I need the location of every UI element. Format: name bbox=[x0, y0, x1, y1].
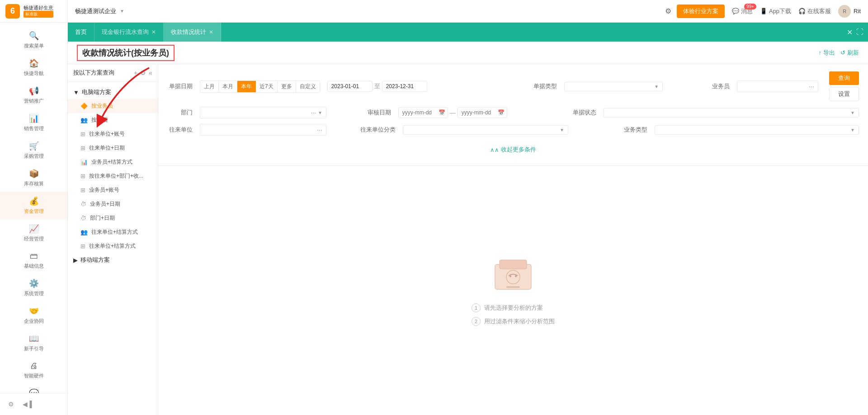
date-tab-custom[interactable]: 自定义 bbox=[296, 81, 320, 92]
bill-type-select[interactable]: ▼ bbox=[564, 82, 663, 91]
salesman-dots[interactable]: ··· bbox=[809, 83, 814, 90]
online-service-button[interactable]: 🎧 在线客服 bbox=[798, 7, 831, 15]
tab-bank-flow-close[interactable]: ✕ bbox=[151, 29, 156, 35]
dept-arrow: ▼ bbox=[318, 110, 322, 115]
sidebar-item-label: 智能硬件 bbox=[24, 373, 44, 379]
app-download-label: App下载 bbox=[769, 7, 791, 15]
page-header: 收款情况统计(按业务员) ↑ 导出 ↺ 刷新 bbox=[68, 42, 868, 64]
sidebar-item-enterprise[interactable]: 🤝 企业协同 bbox=[0, 302, 67, 329]
dept-select[interactable]: ··· ▼ bbox=[200, 107, 326, 118]
scheme-item-counterpart-date[interactable]: ⊞ 往来单位+日期 bbox=[68, 141, 158, 155]
counterpart-dots[interactable]: ··· bbox=[317, 126, 322, 133]
scheme-item-icon: ⊞ bbox=[80, 131, 85, 137]
app-download-button[interactable]: 📱 App下载 bbox=[760, 7, 791, 15]
scheme-settings-btn[interactable]: ⚙ bbox=[140, 69, 146, 76]
date-tab-this-year[interactable]: 本年 bbox=[237, 81, 256, 92]
logo-icon: 6 bbox=[5, 4, 20, 19]
bill-type-arrow: ▼ bbox=[654, 84, 659, 89]
sidebar-item-label: 资金管理 bbox=[24, 208, 44, 215]
tab-bank-flow[interactable]: 现金银行流水查询 ✕ bbox=[94, 23, 164, 42]
scheme-item-counterpart-payment2[interactable]: ⊞ 往来单位+结算方式 bbox=[68, 239, 158, 253]
sidebar-item-purchase[interactable]: 🛒 采购管理 bbox=[0, 137, 67, 164]
message-button[interactable]: 💬 消息 99+ bbox=[732, 7, 753, 15]
bill-status-select[interactable]: ▼ bbox=[604, 108, 859, 118]
sidebar-item-search[interactable]: 🔍 搜索菜单 bbox=[0, 26, 67, 54]
sidebar-item-operation[interactable]: 📈 经营管理 bbox=[0, 219, 67, 247]
sidebar-item-marketing[interactable]: 📢 营销推广 bbox=[0, 81, 67, 109]
sidebar-item-wechat[interactable]: 💬 企业微信 bbox=[0, 384, 67, 393]
scheme-item-icon: ⏱ bbox=[80, 215, 86, 222]
empty-step-2-label: 用过滤条件来缩小分析范围 bbox=[484, 317, 555, 325]
app-version: 标准版 bbox=[24, 11, 53, 18]
refresh-button[interactable]: ↺ 刷新 bbox=[840, 49, 859, 57]
sidebar-item-guide[interactable]: 📖 新手引导 bbox=[0, 329, 67, 357]
date-tab-last-month[interactable]: 上月 bbox=[200, 81, 219, 92]
collapse-filter-btn[interactable]: ∧∧ 收起更多条件 bbox=[167, 141, 859, 158]
workspace-dropdown-arrow[interactable]: ▼ bbox=[120, 9, 124, 14]
collapse-sidebar-btn[interactable]: ◀▐ bbox=[21, 398, 33, 410]
date-tab-this-month[interactable]: 本月 bbox=[219, 81, 237, 92]
export-button[interactable]: ↑ 导出 bbox=[819, 49, 835, 57]
scheme-item-icon: 🔶 bbox=[80, 103, 88, 109]
collapse-panel-btn[interactable]: « bbox=[149, 69, 152, 76]
settings-icon[interactable]: ⚙ bbox=[665, 7, 671, 15]
tab-collection-stat[interactable]: 收款情况统计 ✕ bbox=[164, 23, 221, 42]
salesman-select[interactable]: ··· bbox=[737, 80, 818, 92]
date-range-inputs: 至 bbox=[327, 81, 427, 92]
sidebar-item-system[interactable]: ⚙️ 系统管理 bbox=[0, 274, 67, 302]
scheme-item-counterpart-dept[interactable]: ⊞ 按往来单位+部门+收... bbox=[68, 169, 158, 183]
settings-button[interactable]: 设置 bbox=[829, 87, 859, 101]
sidebar-item-hardware[interactable]: 🖨 智能硬件 bbox=[0, 357, 67, 384]
top-bar: 畅捷通测试企业 ▼ ⚙ 体验行业方案 💬 消息 99+ 📱 App下载 🎧 在线… bbox=[68, 0, 868, 23]
business-type-arrow: ▼ bbox=[850, 127, 855, 132]
tab-close-all-btn[interactable]: ✕ bbox=[847, 28, 853, 37]
tab-fullscreen-btn[interactable]: ⛶ bbox=[856, 28, 863, 36]
scheme-group-desktop-header[interactable]: ▼ 电脑端方案 bbox=[68, 85, 158, 99]
counterpart-category-select[interactable]: ▼ bbox=[403, 125, 568, 135]
sidebar-item-sales[interactable]: 📊 销售管理 bbox=[0, 109, 67, 137]
tab-bank-flow-label: 现金银行流水查询 bbox=[102, 28, 149, 36]
date-to-input[interactable] bbox=[382, 81, 427, 92]
date-tab-last-7days[interactable]: 近7天 bbox=[256, 81, 278, 92]
settings-bottom-btn[interactable]: ⚙ bbox=[5, 398, 17, 410]
scheme-item-label: 按业务员 bbox=[91, 102, 113, 110]
scheme-item-salesman-payment[interactable]: 📊 业务员+结算方式 bbox=[68, 155, 158, 169]
date-separator: 至 bbox=[374, 82, 380, 90]
scheme-item-dept-date[interactable]: ⏱ 部门+日期 bbox=[68, 211, 158, 225]
scheme-item-counterpart-payment1[interactable]: 👥 往来单位+结算方式 bbox=[68, 225, 158, 239]
home-icon: 🏠 bbox=[29, 58, 39, 68]
service-icon: 🎧 bbox=[798, 8, 806, 14]
marketing-icon: 📢 bbox=[29, 86, 39, 96]
hardware-icon: 🖨 bbox=[30, 361, 38, 371]
sidebar-item-inventory[interactable]: 📦 库存核算 bbox=[0, 164, 67, 192]
scheme-item-by-salesman[interactable]: 🔶 按业务员 bbox=[68, 99, 158, 113]
scheme-item-icon: ⊞ bbox=[80, 173, 85, 179]
calendar-icon-right[interactable]: 📅 bbox=[498, 109, 505, 116]
user-profile[interactable]: R Rit bbox=[838, 5, 861, 18]
sidebar-item-quick-nav[interactable]: 🏠 快捷导航 bbox=[0, 54, 67, 81]
trial-button[interactable]: 体验行业方案 bbox=[677, 5, 725, 18]
scheme-item-icon: 📊 bbox=[80, 159, 88, 165]
add-scheme-btn[interactable]: + bbox=[134, 69, 137, 76]
scheme-item-counterpart-account[interactable]: ⊞ 往来单位+账号 bbox=[68, 127, 158, 141]
tab-collection-stat-close[interactable]: ✕ bbox=[209, 29, 213, 35]
sidebar-item-capital[interactable]: 💰 资金管理 bbox=[0, 192, 67, 219]
calendar-icon-left[interactable]: 📅 bbox=[439, 109, 445, 116]
date-from-input[interactable] bbox=[327, 81, 373, 92]
sidebar-item-basic[interactable]: 🗃 基础信息 bbox=[0, 247, 67, 274]
date-tab-more[interactable]: 更多 bbox=[278, 81, 296, 92]
scheme-item-salesman-account[interactable]: ⊞ 业务员+账号 bbox=[68, 183, 158, 197]
scheme-item-salesman-date[interactable]: ⏱ 业务员+日期 bbox=[68, 197, 158, 211]
scheme-group-mobile-header[interactable]: ▶ 移动端方案 bbox=[68, 253, 158, 267]
business-type-select[interactable]: ▼ bbox=[655, 125, 859, 135]
counterpart-category-label: 往来单位分类 bbox=[360, 126, 396, 134]
empty-step-1-label: 请先选择要分析的方案 bbox=[484, 304, 543, 312]
counterpart-select[interactable]: ··· bbox=[200, 124, 326, 136]
scheme-item-by-detail[interactable]: 👥 按明细 bbox=[68, 113, 158, 127]
query-button[interactable]: 查询 bbox=[829, 71, 859, 85]
empty-illustration bbox=[486, 251, 540, 296]
tab-home[interactable]: 首页 bbox=[68, 23, 94, 42]
salesman-label: 业务员 bbox=[704, 82, 730, 90]
scheme-item-label: 往来单位+结算方式 bbox=[89, 242, 136, 250]
sidebar-item-label: 快捷导航 bbox=[24, 70, 44, 77]
